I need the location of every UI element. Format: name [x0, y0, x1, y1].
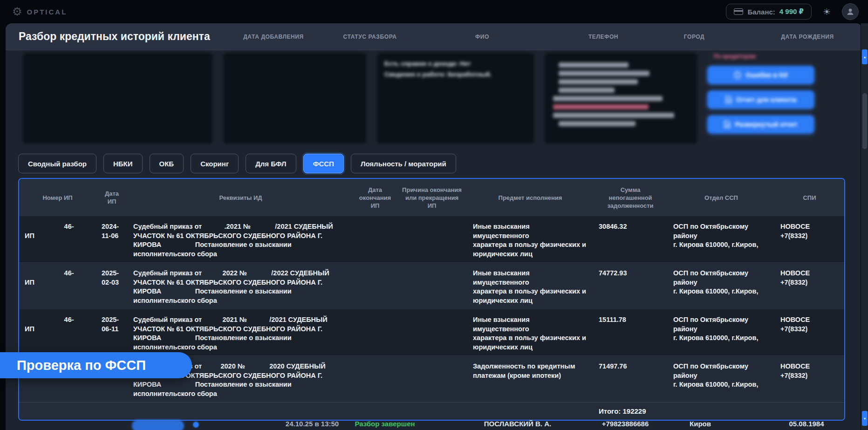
client-report-label: Отчет для клиента: [736, 96, 797, 103]
client-added-date: 24.10.25 в 13:50: [286, 420, 339, 428]
cell-end-reason: [396, 309, 467, 355]
blurred-action-pill[interactable]: [132, 420, 184, 430]
topbar-right: Баланс: 4 990 ₽ ☀: [726, 3, 859, 20]
fssp-table-header: Номер ИП Дата ИП Реквизиты ИД Дата оконч…: [19, 179, 844, 216]
blurred-card: [22, 52, 213, 144]
creditors-label: По кредиторам: [714, 53, 814, 60]
col-header-end-reason: Причина окончания или прекращения ИП: [396, 179, 467, 216]
report-actions: По кредиторам Ошибки в КИ Отчет для клие…: [707, 52, 814, 144]
cell-amount: 15111.78: [593, 309, 668, 355]
spacer: [824, 52, 846, 144]
scroll-up-button[interactable]: ▲: [862, 49, 868, 64]
cell-end-date: [354, 216, 396, 262]
balance-value: 4 990 ₽: [779, 7, 804, 16]
cell-date: 2025- 06-11: [96, 309, 128, 355]
ki-errors-label: Ошибки в КИ: [745, 71, 787, 79]
vertical-scrollbar[interactable]: ▲ ▼: [861, 23, 868, 430]
total-amount: Итого: 192229: [593, 407, 844, 415]
redacted-text-line: [559, 121, 636, 126]
client-phone: +79823886686: [602, 420, 649, 428]
cell-subject: Задолженность по кредитным платежам (кро…: [467, 356, 593, 402]
col-header-number: Номер ИП: [19, 179, 96, 216]
summary-cards-row: Есть справки о доходе: Нет Сведения о ра…: [22, 52, 846, 144]
card-icon: [734, 8, 743, 15]
col-header-amount: Сумма непогашенной задолженности: [593, 179, 668, 216]
cell-end-date: [354, 356, 396, 402]
cell-subject: Иные взыскания имущественного характера …: [467, 309, 593, 355]
cell-requisites: Судебный приказ от 2021 № /2021 СУДЕБНЫЙ…: [128, 309, 354, 355]
cell-end-date: [354, 309, 396, 355]
status-dot: [193, 422, 199, 428]
tab-nbki[interactable]: НБКИ: [103, 154, 143, 173]
cell-subject: Иные взыскания имущественного характера …: [467, 263, 593, 309]
table-row: 46- ИП 2025- 02-03 Судебный приказ от 20…: [19, 262, 844, 309]
tab-svodny-razbor[interactable]: Сводный разбор: [18, 154, 96, 173]
app-root: ⚙ OPTICAL Баланс: 4 990 ₽ ☀ Разбор креди…: [0, 0, 868, 430]
work-line: Сведения о работе: Безработный.: [384, 71, 527, 78]
person-icon: [846, 7, 854, 16]
redacted-text-line: [553, 104, 649, 109]
cell-department: ОСП по Октябрьскому району г. Кирова 610…: [668, 356, 775, 402]
report-tabs: Сводный разбор НБКИ ОКБ Скоринг Для БФЛ …: [18, 154, 456, 173]
list-header-phone: ТЕЛЕФОН: [588, 34, 618, 40]
redacted-text-line: [559, 71, 649, 76]
tab-bfl[interactable]: Для БФЛ: [246, 154, 296, 173]
cell-number: 46- ИП: [19, 216, 96, 262]
cell-end-reason: [396, 263, 467, 309]
cell-amount: 71497.76: [593, 356, 668, 402]
cell-officer: НОВОСЕ +7(8332): [775, 216, 844, 262]
cell-requisites: Судебный приказ от 2022 № /2022 СУДЕБНЫЙ…: [128, 263, 354, 309]
brand-name: OPTICAL: [27, 8, 68, 16]
client-status: Разбор завершен: [355, 420, 415, 428]
col-header-end-date: Дата окончания ИП: [354, 179, 396, 216]
list-header-birthdate: ДАТА РОЖДЕНИЯ: [781, 34, 834, 40]
balance-chip[interactable]: Баланс: 4 990 ₽: [726, 4, 812, 20]
ki-errors-button[interactable]: Ошибки в КИ: [707, 66, 814, 84]
blurred-card-credits: [544, 52, 698, 144]
list-header-fio: ФИО: [475, 34, 489, 40]
list-header-status: СТАТУС РАЗБОРА: [343, 34, 397, 40]
optical-logo-icon: ⚙: [12, 6, 22, 17]
list-header-city: ГОРОД: [684, 34, 705, 40]
scrollbar-thumb[interactable]: [862, 93, 867, 149]
cell-end-reason: [396, 216, 467, 262]
detailed-report-label: Развернутый отчет: [735, 121, 797, 128]
table-row: 46- ИП 2024- 11-06 Судебный приказ от .2…: [19, 216, 844, 262]
scroll-down-button[interactable]: ▼: [862, 411, 868, 426]
user-avatar[interactable]: [842, 3, 859, 20]
cell-date: 2024- 11-06: [96, 216, 128, 262]
cell-number: 46- ИП: [19, 309, 96, 355]
redacted-text-line: [553, 96, 663, 101]
col-header-department: Отдел ССП: [668, 179, 775, 216]
detailed-report-button[interactable]: Развернутый отчет: [707, 115, 814, 134]
blurred-card-income: Есть справки о доходе: Нет Сведения о ра…: [376, 52, 535, 144]
client-report-button[interactable]: Отчет для клиента: [707, 90, 814, 109]
list-header-date-added: ДАТА ДОБАВЛЕНИЯ: [243, 34, 304, 40]
cell-amount: 74772.93: [593, 263, 668, 309]
col-header-subject: Предмет исполнения: [467, 179, 593, 216]
income-line: Есть справки о доходе: Нет: [384, 60, 527, 67]
blurred-card: [223, 52, 367, 144]
redacted-text-line: [553, 113, 674, 118]
alert-icon: [734, 71, 741, 79]
cell-requisites: Судебный приказ от .2021 № /2021 СУДЕБНЫ…: [128, 216, 354, 262]
modal-header: Разбор кредитных историй клиента ДАТА ДО…: [6, 23, 862, 50]
redacted-text-line: [559, 62, 629, 68]
fssp-check-badge: Проверка по ФССП: [0, 352, 192, 378]
page-title: Разбор кредитных историй клиента: [19, 30, 210, 43]
cell-number: 46- ИП: [19, 263, 96, 309]
client-city: Киров: [690, 420, 711, 428]
tab-scoring[interactable]: Скоринг: [191, 154, 239, 173]
document-icon: [725, 96, 732, 103]
tab-loyalty[interactable]: Лояльность / мораторий: [351, 154, 456, 173]
cell-department: ОСП по Октябрьскому району г. Кирова 610…: [668, 309, 775, 355]
cell-subject: Иные взыскания имущественного характера …: [467, 216, 593, 262]
col-header-date: Дата ИП: [96, 179, 128, 216]
cell-department: ОСП по Октябрьскому району г. Кирова 610…: [668, 216, 775, 262]
tab-fssp[interactable]: ФССП: [303, 154, 344, 173]
cell-officer: НОВОСЕ +7(8332): [775, 309, 844, 355]
tab-okb[interactable]: ОКБ: [150, 154, 184, 173]
theme-toggle-icon[interactable]: ☀: [823, 7, 831, 16]
col-header-requisites: Реквизиты ИД: [128, 179, 354, 216]
table-row: 46- ИП 2025- 06-11 Судебный приказ от 20…: [19, 309, 844, 355]
